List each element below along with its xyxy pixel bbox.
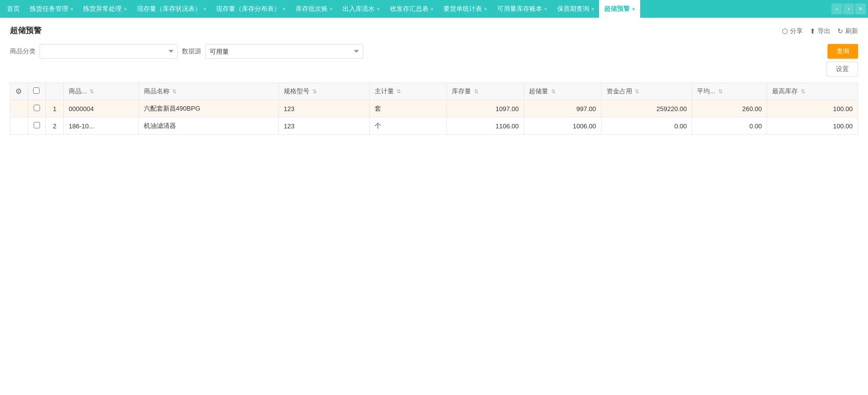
- nav-tab-summary[interactable]: 收发存汇总表 ×: [385, 0, 438, 18]
- settings-button[interactable]: 设置: [826, 62, 858, 77]
- page-header: 超储预警 ⬡ 分享 ⬆ 导出 ↻ 刷新: [10, 26, 858, 36]
- gear-icon[interactable]: ⚙: [15, 87, 22, 95]
- close-icon[interactable]: ×: [330, 6, 333, 12]
- top-navigation: 首页 拣货任务管理 × 拣货异常处理 × 现存量（库存状况表） × 现存量（库存…: [0, 0, 868, 18]
- th-rownum: [46, 83, 64, 100]
- nav-tab-overstock[interactable]: 超储预警 ×: [599, 0, 640, 18]
- th-capital[interactable]: 资金占用 ⇅: [601, 83, 692, 100]
- td-rownum: 2: [46, 118, 64, 135]
- td-overstock: 1006.00: [524, 118, 601, 135]
- page-title: 超储预警: [10, 26, 42, 36]
- table-row: 2186-10...机油滤清器123个1106.001006.000.000.0…: [10, 118, 858, 135]
- share-button[interactable]: ⬡ 分享: [782, 27, 803, 36]
- close-icon[interactable]: ×: [282, 6, 285, 12]
- nav-tab-order-stat[interactable]: 要货单统计表 ×: [438, 0, 492, 18]
- th-product-name[interactable]: 商品名称 ⇅: [138, 83, 278, 100]
- td-stock: 1097.00: [447, 100, 524, 118]
- close-icon[interactable]: ×: [431, 6, 434, 12]
- td-checkbox[interactable]: [28, 118, 46, 135]
- share-icon: ⬡: [782, 27, 788, 35]
- right-buttons: 查询 设置: [826, 44, 858, 77]
- td-rownum: 1: [46, 100, 64, 118]
- nav-tab-pick-abnormal[interactable]: 拣货异常处理 ×: [78, 0, 131, 18]
- sort-icon: ⇅: [172, 88, 176, 94]
- close-icon[interactable]: ×: [632, 6, 635, 12]
- td-overstock: 997.00: [524, 100, 601, 118]
- th-checkbox: [28, 83, 46, 100]
- nav-next-button[interactable]: ›: [843, 3, 854, 14]
- refresh-icon: ↻: [837, 27, 843, 35]
- product-category-filter: 商品分类: [10, 44, 178, 59]
- query-button[interactable]: 查询: [827, 44, 858, 59]
- th-settings[interactable]: ⚙: [10, 83, 28, 100]
- data-table: ⚙ 商品... ⇅ 商品名称 ⇅ 规格型号 ⇅: [10, 82, 858, 135]
- td-product-name: 机油滤清器: [138, 118, 278, 135]
- td-product-code: 0000004: [64, 100, 139, 118]
- td-capital: 259220.00: [601, 100, 692, 118]
- nav-tab-available[interactable]: 可用量库存账本 ×: [492, 0, 552, 18]
- sort-icon: ⇅: [551, 88, 556, 94]
- data-source-label: 数据源: [182, 47, 201, 56]
- td-max-stock: 100.00: [767, 100, 858, 118]
- sort-icon: ⇅: [635, 88, 639, 94]
- nav-tab-stock-status[interactable]: 现存量（库存状况表） ×: [132, 0, 211, 18]
- td-spec: 123: [279, 100, 370, 118]
- close-icon[interactable]: ×: [544, 6, 547, 12]
- td-avg: 0.00: [692, 118, 767, 135]
- table-row: 10000004六配套新昌490BPG123套1097.00997.002592…: [10, 100, 858, 118]
- close-icon[interactable]: ×: [203, 6, 206, 12]
- product-category-select[interactable]: [40, 44, 178, 59]
- refresh-button[interactable]: ↻ 刷新: [837, 27, 858, 36]
- th-spec[interactable]: 规格型号 ⇅: [279, 83, 370, 100]
- td-max-stock: 100.00: [767, 118, 858, 135]
- close-icon[interactable]: ×: [124, 6, 127, 12]
- select-all-checkbox[interactable]: [33, 87, 40, 94]
- nav-tab-expiry[interactable]: 保质期查询 ×: [552, 0, 599, 18]
- th-max-stock[interactable]: 最高库存 ⇅: [767, 83, 858, 100]
- sort-icon: ⇅: [474, 88, 478, 94]
- td-capital: 0.00: [601, 118, 692, 135]
- filter-bar: 商品分类 数据源 可用量 查询 设置: [10, 44, 858, 77]
- sort-icon: ⇅: [396, 88, 401, 94]
- td-unit: 套: [369, 100, 446, 118]
- td-avg: 260.00: [692, 100, 767, 118]
- td-product-name: 六配套新昌490BPG: [138, 100, 278, 118]
- nav-tab-stock-dist[interactable]: 现存量（库存分布表） ×: [211, 0, 290, 18]
- nav-tab-pick-task[interactable]: 拣货任务管理 ×: [25, 0, 78, 18]
- nav-tab-inout-flow[interactable]: 出入库流水 ×: [338, 0, 385, 18]
- th-avg[interactable]: 平均... ⇅: [692, 83, 767, 100]
- nav-prev-button[interactable]: ‹: [831, 3, 842, 14]
- sort-icon: ⇅: [718, 88, 723, 94]
- td-stock: 1106.00: [447, 118, 524, 135]
- export-button[interactable]: ⬆ 导出: [810, 27, 830, 36]
- sort-icon: ⇅: [89, 88, 94, 94]
- table-header-row: ⚙ 商品... ⇅ 商品名称 ⇅ 规格型号 ⇅: [10, 83, 858, 100]
- td-unit: 个: [369, 118, 446, 135]
- nav-arrows: ‹ › ×: [831, 3, 866, 14]
- close-icon[interactable]: ×: [484, 6, 487, 12]
- td-settings: [10, 100, 28, 118]
- td-product-code: 186-10...: [64, 118, 139, 135]
- product-category-label: 商品分类: [10, 47, 36, 56]
- close-icon[interactable]: ×: [377, 6, 380, 12]
- data-source-select[interactable]: 可用量: [205, 44, 363, 59]
- nav-close-button[interactable]: ×: [855, 3, 866, 14]
- td-checkbox[interactable]: [28, 100, 46, 118]
- th-unit[interactable]: 主计量 ⇅: [369, 83, 446, 100]
- th-overstock[interactable]: 超储量 ⇅: [524, 83, 601, 100]
- th-stock[interactable]: 库存量 ⇅: [447, 83, 524, 100]
- nav-tab-home[interactable]: 首页: [2, 0, 25, 18]
- sort-icon: ⇅: [801, 88, 805, 94]
- page-content: 超储预警 ⬡ 分享 ⬆ 导出 ↻ 刷新 商品分类: [0, 18, 868, 395]
- nav-tab-batch[interactable]: 库存批次账 ×: [291, 0, 338, 18]
- close-icon[interactable]: ×: [591, 6, 594, 12]
- data-source-filter: 数据源 可用量: [182, 44, 363, 59]
- th-product-code[interactable]: 商品... ⇅: [64, 83, 139, 100]
- td-spec: 123: [279, 118, 370, 135]
- filter-group: 商品分类 数据源 可用量: [10, 44, 363, 59]
- td-settings: [10, 118, 28, 135]
- sort-icon: ⇅: [312, 88, 317, 94]
- header-actions: ⬡ 分享 ⬆ 导出 ↻ 刷新: [782, 27, 858, 36]
- close-icon[interactable]: ×: [70, 6, 73, 12]
- export-icon: ⬆: [810, 27, 816, 35]
